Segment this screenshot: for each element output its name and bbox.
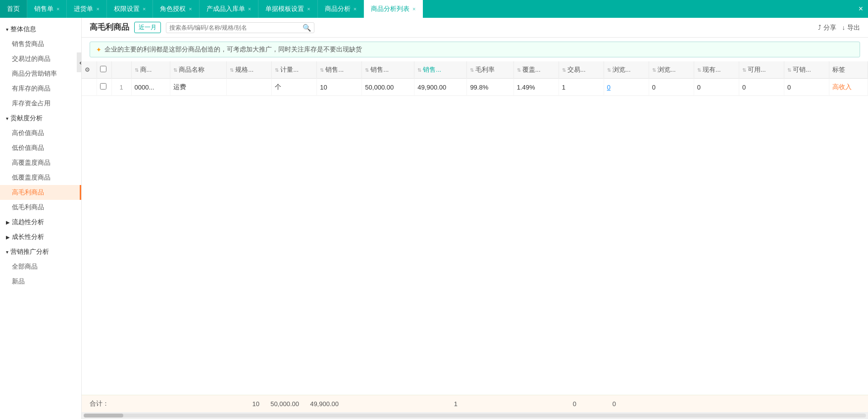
row-tag: 高收入 xyxy=(829,79,868,96)
sidebar-group-growth[interactable]: ▶ 成长性分析 xyxy=(0,230,81,244)
footer-label: 合计： xyxy=(90,399,109,408)
select-all-checkbox[interactable] xyxy=(100,66,106,72)
code-col-header[interactable]: ⇅商... xyxy=(131,61,170,79)
name-col-header[interactable]: ⇅商品名称 xyxy=(170,61,227,79)
sidebar-item-sales-rate[interactable]: 商品分营助销率 xyxy=(0,66,81,81)
sales1-col-header[interactable]: ⇅销售... xyxy=(317,61,362,79)
nav-inbound[interactable]: 产成品入库单 × xyxy=(200,0,258,18)
nav-sales[interactable]: 销售单 × xyxy=(27,0,67,18)
row-sales3: 49,900.00 xyxy=(414,79,467,96)
sellable-col-header[interactable]: ⇅可销... xyxy=(784,61,829,79)
time-filter-button[interactable]: 近一月 xyxy=(134,22,161,33)
spec-col-header[interactable]: ⇅规格... xyxy=(227,61,272,79)
sidebar-group-overall[interactable]: ▾ 整体信息 xyxy=(0,22,81,37)
footer-sales2: 50,000.00 xyxy=(262,400,302,408)
row-coverage: 1.49% xyxy=(513,79,559,96)
table-footer: 合计： 10 50,000.00 49,900.00 1 0 0 xyxy=(82,395,868,412)
footer-sales3: 49,900.00 xyxy=(302,400,342,408)
page-title: 高毛利商品 xyxy=(90,22,129,33)
table-wrap: ⚙ ⇅商... ⇅商品名称 ⇅规格... ⇅计量... ⇅销售... ⇅销售..… xyxy=(82,61,868,395)
row-num: 1 xyxy=(111,79,131,96)
footer-available: 0 xyxy=(579,400,619,408)
nav-roles[interactable]: 角色授权 × xyxy=(153,0,199,18)
browse2-col-header[interactable]: ⇅浏览... xyxy=(649,61,694,79)
sidebar-item-high-value[interactable]: 高价值商品 xyxy=(0,126,81,140)
scrollbar-thumb[interactable] xyxy=(84,414,123,418)
close-icon[interactable]: × xyxy=(96,6,99,12)
sidebar-item-traded-goods[interactable]: 交易过的商品 xyxy=(0,51,81,66)
sidebar-group-contribution[interactable]: ▾ 贡献度分析 xyxy=(0,111,81,126)
coverage-col-header[interactable]: ⇅覆盖... xyxy=(513,61,559,79)
row-available: 0 xyxy=(739,79,784,96)
sidebar-item-all-goods[interactable]: 全部商品 xyxy=(0,259,81,274)
row-checkbox[interactable] xyxy=(97,79,111,96)
settings-col-header[interactable]: ⚙ xyxy=(82,61,97,79)
unit-col-header[interactable]: ⇅计量... xyxy=(272,61,317,79)
content-header: 高毛利商品 近一月 🔍 ⤴ 分享 ↓ 导出 xyxy=(82,18,868,38)
sidebar-item-stocked-goods[interactable]: 有库存的商品 xyxy=(0,81,81,96)
sidebar: « ▾ 整体信息 销售货商品 交易过的商品 商品分营助销率 有库存的商品 库存资… xyxy=(0,18,82,419)
sidebar-item-high-margin[interactable]: 高毛利商品 xyxy=(0,185,81,200)
footer-transaction: 1 xyxy=(421,400,460,408)
sidebar-item-inventory-capital[interactable]: 库存资金占用 xyxy=(0,96,81,111)
sidebar-item-sales-goods[interactable]: 销售货商品 xyxy=(0,37,81,51)
nav-analysis-list[interactable]: 商品分析列表 × xyxy=(364,0,422,18)
row-browse1[interactable]: 0 xyxy=(604,79,649,96)
share-button[interactable]: ⤴ 分享 xyxy=(818,23,836,32)
info-icon: ✦ xyxy=(96,46,102,53)
close-icon[interactable]: × xyxy=(354,6,357,12)
sales3-col-header[interactable]: ⇅销售... xyxy=(414,61,467,79)
search-box: 🔍 xyxy=(166,22,314,33)
table-header-row: ⚙ ⇅商... ⇅商品名称 ⇅规格... ⇅计量... ⇅销售... ⇅销售..… xyxy=(82,61,868,79)
sidebar-item-low-value[interactable]: 低价值商品 xyxy=(0,140,81,155)
close-icon[interactable]: × xyxy=(412,6,415,12)
close-icon[interactable]: × xyxy=(307,6,310,12)
close-icon[interactable]: × xyxy=(143,6,146,12)
close-icon[interactable]: × xyxy=(56,6,59,12)
sidebar-item-new-goods[interactable]: 新品 xyxy=(0,274,81,289)
gross-rate-col-header[interactable]: ⇅毛利率 xyxy=(467,61,513,79)
export-button[interactable]: ↓ 导出 xyxy=(842,23,861,32)
sidebar-group-marketing[interactable]: ▾ 营销推广分析 xyxy=(0,244,81,259)
sidebar-item-low-margin[interactable]: 低毛利商品 xyxy=(0,200,81,215)
footer-sales1: 10 xyxy=(223,400,262,408)
available-col-header[interactable]: ⇅可用... xyxy=(739,61,784,79)
transaction-col-header[interactable]: ⇅交易... xyxy=(559,61,604,79)
nav-purchase[interactable]: 进货单 × xyxy=(67,0,106,18)
row-spec xyxy=(227,79,272,96)
sidebar-item-high-coverage[interactable]: 高覆盖度商品 xyxy=(0,155,81,170)
close-all-button[interactable]: × xyxy=(854,4,868,13)
table-row: 1 0000... 运费 个 10 50,000.00 49,900.00 99… xyxy=(82,79,868,96)
search-input[interactable] xyxy=(169,24,303,31)
browse1-col-header[interactable]: ⇅浏览... xyxy=(604,61,649,79)
horizontal-scrollbar[interactable] xyxy=(82,412,868,419)
search-icon[interactable]: 🔍 xyxy=(303,24,311,32)
header-actions: ⤴ 分享 ↓ 导出 xyxy=(818,23,861,32)
tag-col-header[interactable]: 标签 xyxy=(829,61,868,79)
current-col-header[interactable]: ⇅现有... xyxy=(694,61,739,79)
nav-analysis[interactable]: 商品分析 × xyxy=(318,0,364,18)
sidebar-item-low-coverage[interactable]: 低覆盖度商品 xyxy=(0,170,81,185)
close-icon[interactable]: × xyxy=(248,6,251,12)
nav-home[interactable]: 首页 xyxy=(0,0,27,18)
row-name: 运费 xyxy=(170,79,227,96)
share-icon: ⤴ xyxy=(818,24,821,31)
sales2-col-header[interactable]: ⇅销售... xyxy=(362,61,414,79)
footer-cells: 10 50,000.00 49,900.00 1 0 0 xyxy=(124,400,619,408)
chevron-right-icon: ▶ xyxy=(6,220,10,225)
chevron-right-icon: ▶ xyxy=(6,234,10,240)
num-col-header xyxy=(111,61,131,79)
chevron-down-icon: ▾ xyxy=(6,116,8,121)
sidebar-group-flow[interactable]: ▶ 流趋性分析 xyxy=(0,215,81,230)
info-banner: ✦ 企业的主要的利润都是这部分商品创造的，可考虑加大推广，同时关注库存是不要出现… xyxy=(90,42,860,57)
sidebar-collapse-button[interactable]: « xyxy=(77,52,82,72)
close-icon[interactable]: × xyxy=(189,6,192,12)
row-sales1: 10 xyxy=(317,79,362,96)
nav-template[interactable]: 单据模板设置 × xyxy=(258,0,317,18)
checkbox-col-header[interactable] xyxy=(97,61,111,79)
row-current: 0 xyxy=(694,79,739,96)
chevron-down-icon: ▾ xyxy=(6,27,8,32)
nav-permissions[interactable]: 权限设置 × xyxy=(107,0,153,18)
data-table: ⚙ ⇅商... ⇅商品名称 ⇅规格... ⇅计量... ⇅销售... ⇅销售..… xyxy=(82,61,868,96)
row-select-checkbox[interactable] xyxy=(100,83,106,90)
